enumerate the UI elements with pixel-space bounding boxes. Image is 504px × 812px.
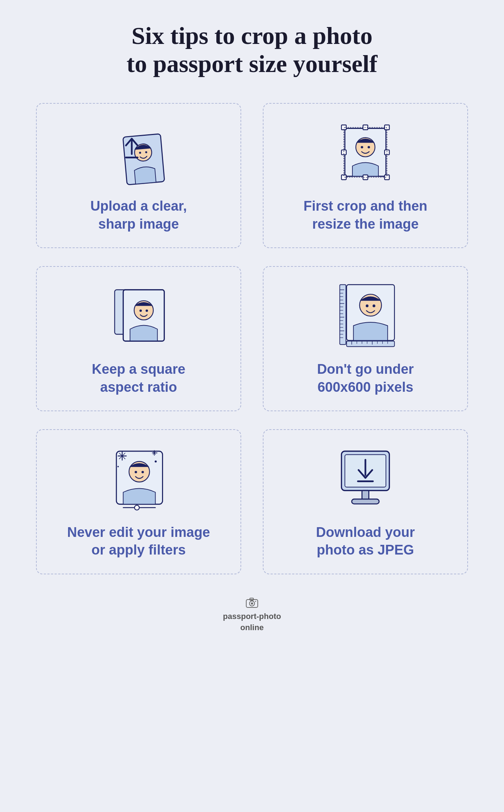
pixels-icon: [333, 281, 398, 350]
card-download: Download your photo as JPEG: [263, 429, 468, 574]
svg-point-56: [135, 471, 137, 474]
card-upload-label: Upload a clear, sharp image: [90, 197, 187, 233]
svg-rect-25: [340, 285, 346, 345]
icon-area-upload: [51, 115, 226, 187]
icon-area-no-filters: [51, 441, 226, 513]
tips-grid: Upload a clear, sharp image: [36, 103, 468, 574]
svg-point-53: [373, 305, 375, 308]
crop-resize-icon: [333, 118, 398, 187]
svg-point-52: [366, 305, 369, 308]
icon-area-download: [278, 441, 453, 513]
svg-point-66: [155, 461, 157, 463]
download-icon: [333, 444, 398, 513]
svg-point-8: [361, 146, 363, 149]
icon-area-crop-resize: [278, 115, 453, 187]
footer: passport-photo online: [223, 596, 281, 633]
svg-point-23: [145, 310, 148, 312]
svg-point-9: [368, 146, 370, 149]
card-pixels-label: Don't go under 600x600 pixels: [317, 360, 414, 396]
card-pixels: Don't go under 600x600 pixels: [263, 266, 468, 411]
svg-point-78: [251, 602, 253, 605]
no-filters-icon: [106, 444, 171, 513]
icon-area-pixels: [278, 278, 453, 350]
card-aspect-ratio: Keep a square aspect ratio: [36, 266, 241, 411]
card-crop-resize: First crop and then resize the image: [263, 103, 468, 248]
upload-icon: [106, 118, 171, 187]
card-download-label: Download your photo as JPEG: [316, 524, 415, 559]
card-no-filters: Never edit your image or apply filters: [36, 429, 241, 574]
aspect-ratio-icon: [106, 281, 171, 350]
card-upload: Upload a clear, sharp image: [36, 103, 241, 248]
icon-area-aspect-ratio: [51, 278, 226, 350]
footer-brand-text: passport-photo online: [223, 611, 281, 633]
card-crop-resize-label: First crop and then resize the image: [303, 197, 427, 233]
svg-rect-75: [352, 499, 379, 504]
svg-rect-41: [347, 341, 395, 346]
svg-point-69: [135, 505, 139, 510]
footer-camera-icon: [246, 596, 258, 609]
svg-point-80: [255, 601, 256, 602]
card-no-filters-label: Never edit your image or apply filters: [67, 524, 210, 559]
svg-point-67: [117, 466, 119, 467]
svg-point-22: [139, 310, 142, 312]
svg-point-57: [141, 471, 144, 474]
page-title: Six tips to crop a photo to passport siz…: [127, 22, 378, 78]
svg-rect-11: [384, 125, 389, 130]
card-aspect-ratio-label: Keep a square aspect ratio: [92, 360, 185, 396]
